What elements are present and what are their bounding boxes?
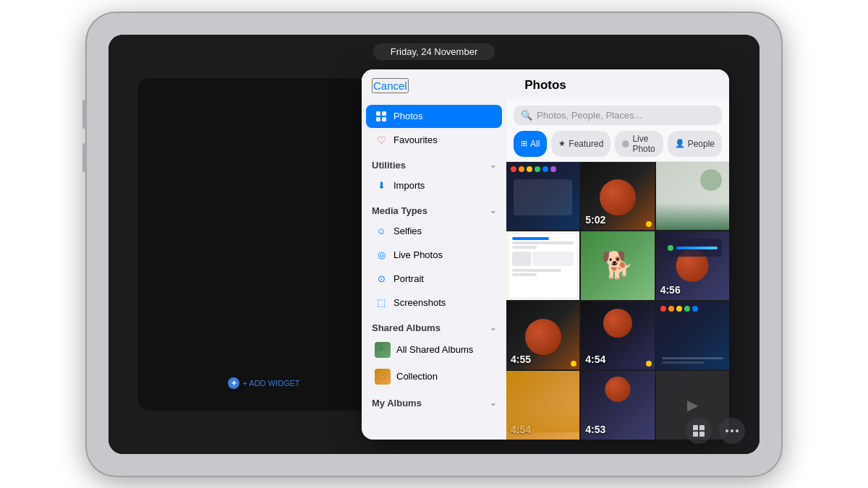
planet-1 bbox=[600, 179, 636, 215]
status-bar: Friday, 24 November bbox=[373, 43, 495, 60]
sidebar: Photos ♡ Favourites Utilities ⌄ bbox=[362, 100, 506, 440]
photos-modal: Cancel Photos bbox=[362, 69, 729, 440]
screenshot-line-5 bbox=[512, 273, 537, 276]
svg-rect-2 bbox=[376, 117, 380, 121]
photo-cell-9[interactable] bbox=[656, 301, 729, 370]
photo-cell-3[interactable] bbox=[656, 162, 729, 231]
date-text: Friday, 24 November bbox=[391, 46, 477, 57]
media-types-chevron[interactable]: ⌄ bbox=[490, 206, 496, 215]
svg-rect-11 bbox=[699, 432, 705, 437]
selfie-icon: ☺ bbox=[375, 225, 388, 238]
photo-cell-7[interactable]: 4:55 bbox=[506, 301, 579, 370]
sidebar-live-photos-label: Live Photos bbox=[393, 249, 443, 260]
filter-chip-all[interactable]: ⊞ All bbox=[514, 131, 547, 157]
media-types-label: Media Types bbox=[372, 205, 427, 216]
sidebar-item-imports[interactable]: ⬇ Imports bbox=[366, 174, 502, 197]
photo-cell-5[interactable]: 🐕 bbox=[581, 231, 654, 300]
svg-point-13 bbox=[731, 429, 733, 432]
inner-screen: + + ADD WIDGET bbox=[137, 78, 383, 411]
svg-rect-10 bbox=[693, 432, 698, 437]
search-input[interactable]: Photos, People, Places... bbox=[537, 110, 642, 121]
filter-bar: ⊞ All ★ Featured ◎ Live Photo bbox=[514, 131, 722, 157]
screenshot-line-2 bbox=[512, 241, 574, 244]
filter-chip-featured[interactable]: ★ Featured bbox=[551, 131, 610, 157]
filter-people-label: People bbox=[688, 139, 715, 149]
screenshot-icon: ⬚ bbox=[375, 296, 388, 309]
live-icon: ◎ bbox=[622, 139, 629, 148]
svg-rect-1 bbox=[382, 111, 386, 116]
live-badge-8 bbox=[646, 361, 652, 367]
screenshot-line-4 bbox=[512, 269, 561, 272]
dog-photo: 🐕 bbox=[581, 231, 654, 300]
screenshot-line-3 bbox=[512, 246, 537, 249]
my-albums-chevron[interactable]: ⌄ bbox=[490, 398, 496, 408]
more-button[interactable] bbox=[719, 418, 745, 444]
sidebar-item-live-photos[interactable]: ◎ Live Photos bbox=[366, 244, 502, 267]
sidebar-screenshots-label: Screenshots bbox=[393, 297, 446, 308]
search-icon: 🔍 bbox=[521, 110, 532, 121]
cancel-button[interactable]: Cancel bbox=[372, 78, 409, 93]
color-dots-1 bbox=[511, 166, 556, 172]
sidebar-item-portrait[interactable]: ⊙ Portrait bbox=[366, 267, 502, 291]
ipad-shell: Friday, 24 November + + ADD WIDGET Cance… bbox=[87, 13, 781, 476]
svg-point-4 bbox=[380, 346, 383, 350]
add-widget-icon: + bbox=[228, 377, 239, 389]
svg-point-14 bbox=[736, 429, 739, 432]
modal-body: Photos ♡ Favourites Utilities ⌄ bbox=[362, 100, 729, 440]
utilities-label: Utilities bbox=[372, 160, 406, 171]
filter-chip-people[interactable]: 👤 People bbox=[668, 131, 722, 157]
svg-rect-0 bbox=[376, 111, 380, 116]
photo-cell-1[interactable] bbox=[506, 162, 579, 231]
sidebar-item-all-shared-albums[interactable]: All Shared Albums bbox=[366, 337, 502, 363]
utilities-chevron[interactable]: ⌄ bbox=[490, 160, 496, 170]
screenshot-content bbox=[509, 234, 576, 297]
sidebar-imports-label: Imports bbox=[393, 180, 425, 191]
side-button-2[interactable] bbox=[82, 143, 86, 172]
photo-cell-8[interactable]: 4:54 bbox=[581, 301, 654, 370]
sidebar-item-selfies[interactable]: ☺ Selfies bbox=[366, 220, 502, 243]
import-icon: ⬇ bbox=[375, 179, 388, 192]
sidebar-portrait-label: Portrait bbox=[393, 273, 424, 284]
time-overlay-11: 4:53 bbox=[585, 424, 605, 435]
sidebar-favourites-label: Favourites bbox=[393, 134, 438, 145]
filter-live-label: Live Photo bbox=[632, 134, 655, 154]
background: Friday, 24 November + + ADD WIDGET Cance… bbox=[109, 35, 760, 454]
shared-albums-chevron[interactable]: ⌄ bbox=[490, 323, 496, 333]
svg-point-12 bbox=[726, 429, 728, 432]
filter-all-label: All bbox=[530, 139, 540, 149]
photo-cell-4[interactable] bbox=[506, 231, 579, 300]
sidebar-item-photos[interactable]: Photos bbox=[366, 105, 502, 128]
photo-cell-2[interactable]: 5:02 bbox=[581, 162, 654, 231]
photo-cell-6[interactable]: 4:56 bbox=[656, 231, 729, 300]
filter-chip-live[interactable]: ◎ Live Photo bbox=[615, 131, 663, 157]
svg-point-7 bbox=[381, 376, 384, 379]
filter-featured-label: Featured bbox=[569, 139, 603, 149]
shared-albums-section-header: Shared Albums ⌄ bbox=[362, 315, 506, 336]
color-dots-9 bbox=[660, 306, 698, 312]
add-widget-area[interactable]: + + ADD WIDGET bbox=[228, 377, 299, 389]
portrait-icon: ⊙ bbox=[375, 273, 388, 286]
time-overlay-8: 4:54 bbox=[585, 354, 605, 365]
sidebar-selfies-label: Selfies bbox=[393, 226, 422, 236]
photos-icon bbox=[375, 110, 388, 123]
sidebar-item-favourites[interactable]: ♡ Favourites bbox=[366, 129, 502, 152]
photos-view-button[interactable] bbox=[686, 418, 712, 444]
time-overlay-6: 4:56 bbox=[660, 284, 681, 296]
search-bar[interactable]: 🔍 Photos, People, Places... bbox=[514, 106, 722, 125]
sidebar-item-screenshots[interactable]: ⬚ Screenshots bbox=[366, 291, 502, 314]
sidebar-collection-label: Collection bbox=[396, 371, 438, 382]
sidebar-item-collection[interactable]: Collection bbox=[366, 364, 502, 390]
media-types-section-header: Media Types ⌄ bbox=[362, 198, 506, 219]
photo-cell-11[interactable]: 4:53 bbox=[581, 371, 654, 440]
side-button[interactable] bbox=[82, 100, 86, 129]
photo-cell-10[interactable]: 4:54 bbox=[506, 371, 579, 440]
modal-header: Cancel Photos bbox=[362, 69, 729, 100]
time-overlay-7: 4:55 bbox=[511, 354, 531, 365]
time-overlay-2: 5:02 bbox=[585, 214, 605, 226]
svg-rect-9 bbox=[699, 425, 705, 430]
modal-title: Photos bbox=[373, 78, 718, 93]
my-albums-section-header: My Albums ⌄ bbox=[362, 390, 506, 411]
add-widget-label: + ADD WIDGET bbox=[242, 379, 299, 388]
grid-area: 🔍 Photos, People, Places... ⊞ All ★ bbox=[506, 100, 729, 440]
heart-icon: ♡ bbox=[375, 134, 388, 147]
